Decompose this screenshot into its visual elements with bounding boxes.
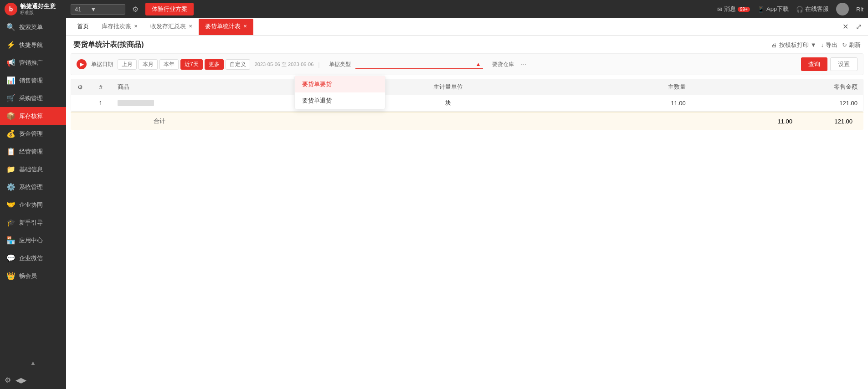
warehouse-more-button[interactable]: ··· bbox=[520, 60, 526, 68]
sidebar-label-operations: 经营管理 bbox=[19, 148, 43, 156]
main-layout: 🔍 搜索菜单 ⚡ 快捷导航 📢 营销推广 📊 销售管理 🛒 采购管理 📦 库存核… bbox=[0, 18, 868, 389]
dropdown-item-order[interactable]: 要货单要货 bbox=[295, 76, 385, 92]
date-range: 2023-05-06 至 2023-06-06 bbox=[255, 61, 314, 68]
logo-area: b 畅捷通好生意 标准版 bbox=[5, 3, 71, 15]
col-quantity: 主数量 bbox=[549, 79, 691, 95]
tab-home[interactable]: 首页 bbox=[71, 19, 95, 35]
cell-index: 1 bbox=[89, 95, 112, 111]
type-dropdown-icon[interactable]: ▲ bbox=[476, 61, 481, 67]
dropdown-arrow-icon: ▼ bbox=[90, 6, 96, 13]
tab-batch[interactable]: 库存批次账 ✕ bbox=[95, 19, 144, 35]
tab-order-stats[interactable]: 要货单统计表 ✕ bbox=[199, 19, 253, 35]
tab-bar: 首页 库存批次账 ✕ 收发存汇总表 ✕ 要货单统计表 ✕ ✕ ⤢ bbox=[66, 18, 868, 36]
sidebar-label-shortcut: 快捷导航 bbox=[19, 41, 43, 49]
print-button[interactable]: 🖨 按模板打印 ▼ bbox=[771, 41, 817, 49]
sidebar-item-purchase[interactable]: 🛒 采购管理 bbox=[0, 89, 66, 107]
col-amount: 零售金额 bbox=[691, 79, 863, 95]
sidebar-label-guide: 新手引导 bbox=[19, 219, 43, 227]
page-actions: 🖨 按模板打印 ▼ ↓ 导出 ↻ 刷新 bbox=[771, 41, 861, 49]
online-service-button[interactable]: 🎧 在线客服 bbox=[796, 5, 829, 13]
search-icon: 🔍 bbox=[6, 23, 15, 31]
date-btn-7days[interactable]: 近7天 bbox=[180, 59, 203, 70]
message-badge: 99+ bbox=[738, 7, 750, 12]
sidebar-item-inventory[interactable]: 📦 库存核算 bbox=[0, 107, 66, 125]
enterprise-icon: 🤝 bbox=[6, 200, 15, 209]
store-selector[interactable]: 41 ▼ bbox=[71, 4, 125, 15]
date-btn-last-month[interactable]: 上月 bbox=[118, 59, 137, 70]
finance-icon: 💰 bbox=[6, 129, 15, 138]
tab-collection[interactable]: 收发存汇总表 ✕ bbox=[144, 19, 199, 35]
date-btn-more[interactable]: 更多 bbox=[205, 59, 224, 70]
col-index: # bbox=[89, 79, 112, 95]
filter-separator: | bbox=[318, 61, 319, 68]
sidebar-label-enterprise: 企业协同 bbox=[19, 201, 43, 209]
sidebar-label-appstore: 应用中心 bbox=[19, 236, 43, 245]
marketing-icon: 📢 bbox=[6, 58, 15, 67]
sidebar-label-purchase: 采购管理 bbox=[19, 94, 43, 102]
system-icon: ⚙️ bbox=[6, 183, 15, 191]
header-gear-button[interactable]: ⚙ bbox=[130, 4, 141, 15]
footer-quantity: 11.00 bbox=[738, 118, 792, 125]
type-label: 单据类型 bbox=[329, 61, 351, 68]
export-button[interactable]: ↓ 导出 bbox=[821, 41, 838, 49]
tab-batch-close-icon[interactable]: ✕ bbox=[134, 24, 138, 29]
trial-button[interactable]: 体验行业方案 bbox=[145, 3, 194, 15]
col-settings: ⚙ bbox=[71, 79, 89, 95]
sales-icon: 📊 bbox=[6, 76, 15, 85]
refresh-button[interactable]: ↻ 刷新 bbox=[842, 41, 861, 49]
message-icon: ✉ bbox=[717, 6, 722, 13]
sidebar-item-search[interactable]: 🔍 搜索菜单 bbox=[0, 18, 66, 36]
sidebar-item-operations[interactable]: 📋 经营管理 bbox=[0, 143, 66, 160]
sidebar-item-appstore[interactable]: 🏪 应用中心 bbox=[0, 231, 66, 249]
app-download-button[interactable]: 📱 App下载 bbox=[757, 5, 789, 13]
data-table: ⚙ # 商品 主计量单位 主数量 零售金额 1 bbox=[71, 79, 863, 111]
type-dropdown-menu: 要货单要货 要货单退货 bbox=[294, 76, 385, 109]
sidebar-scroll-down[interactable]: ▲ bbox=[0, 359, 66, 366]
settings-button[interactable]: 设置 bbox=[830, 57, 858, 71]
user-avatar[interactable] bbox=[836, 3, 849, 15]
date-btn-custom[interactable]: 自定义 bbox=[226, 59, 250, 70]
sidebar-settings-icon[interactable]: ⚙ bbox=[5, 376, 11, 384]
date-btn-this-year[interactable]: 本年 bbox=[159, 59, 179, 70]
table-header-row: ⚙ # 商品 主计量单位 主数量 零售金额 bbox=[71, 79, 863, 95]
sidebar-collapse-icon[interactable]: ◀▶ bbox=[15, 376, 26, 384]
cell-quantity: 11.00 bbox=[549, 95, 691, 111]
sidebar-item-wechat[interactable]: 💬 企业微信 bbox=[0, 249, 66, 267]
sidebar-item-enterprise[interactable]: 🤝 企业协同 bbox=[0, 196, 66, 214]
sidebar-label-membership: 畅会员 bbox=[19, 272, 37, 280]
sidebar-item-base[interactable]: 📁 基础信息 bbox=[0, 160, 66, 178]
page-header: 要货单统计表(按商品) 🖨 按模板打印 ▼ ↓ 导出 ↻ 刷新 bbox=[66, 36, 868, 53]
type-input-wrap: ▲ bbox=[355, 60, 483, 69]
table-row: 1 块 11.00 121.00 bbox=[71, 95, 863, 111]
sidebar-item-finance[interactable]: 💰 资金管理 bbox=[0, 125, 66, 143]
refresh-icon: ↻ bbox=[842, 41, 847, 48]
print-arrow-icon: ▼ bbox=[811, 41, 817, 48]
tab-expand-button[interactable]: ⤢ bbox=[854, 22, 863, 31]
wechat-icon: 💬 bbox=[6, 254, 15, 262]
dropdown-item-return[interactable]: 要货单退货 bbox=[295, 92, 385, 109]
date-btn-this-month[interactable]: 本月 bbox=[139, 59, 158, 70]
sidebar-item-marketing[interactable]: 📢 营销推广 bbox=[0, 54, 66, 72]
tab-close-all-button[interactable]: ✕ bbox=[841, 22, 850, 31]
filter-expand-button[interactable]: ▶ bbox=[77, 59, 87, 69]
tab-order-stats-close-icon[interactable]: ✕ bbox=[243, 24, 247, 29]
type-input[interactable] bbox=[355, 60, 483, 69]
sidebar-item-membership[interactable]: 👑 畅会员 bbox=[0, 267, 66, 285]
phone-icon: 📱 bbox=[757, 6, 765, 13]
purchase-icon: 🛒 bbox=[6, 94, 15, 102]
content-area: 首页 库存批次账 ✕ 收发存汇总表 ✕ 要货单统计表 ✕ ✕ ⤢ 要 bbox=[66, 18, 868, 389]
base-icon: 📁 bbox=[6, 165, 15, 174]
logo-text: 畅捷通好生意 标准版 bbox=[20, 3, 56, 15]
appstore-icon: 🏪 bbox=[6, 236, 15, 245]
sidebar-item-shortcut[interactable]: ⚡ 快捷导航 bbox=[0, 36, 66, 54]
sidebar-item-system[interactable]: ⚙️ 系统管理 bbox=[0, 178, 66, 196]
sidebar-item-sales[interactable]: 📊 销售管理 bbox=[0, 72, 66, 89]
table-footer: 合计 11.00 121.00 bbox=[71, 112, 863, 130]
sidebar-item-guide[interactable]: 🎓 新手引导 bbox=[0, 214, 66, 231]
query-button[interactable]: 查询 bbox=[801, 57, 827, 71]
col-settings-icon[interactable]: ⚙ bbox=[77, 84, 83, 91]
tab-collection-close-icon[interactable]: ✕ bbox=[189, 24, 192, 29]
message-button[interactable]: ✉ 消息 99+ bbox=[717, 5, 750, 13]
date-label: 单据日期 bbox=[91, 61, 113, 68]
footer-label: 合计 bbox=[154, 117, 165, 125]
